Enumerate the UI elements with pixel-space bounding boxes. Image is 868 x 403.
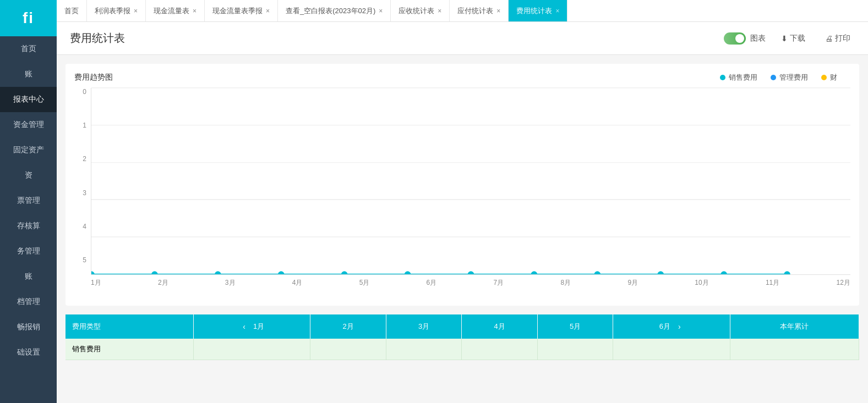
chart-section: 费用趋势图 销售费用 管理费用 财 5 — [65, 64, 859, 306]
th-month2: 2月 — [310, 314, 386, 339]
th-ytd: 本年累计 — [730, 314, 859, 339]
tab-close-blank-report[interactable]: × — [379, 7, 383, 15]
svg-point-5 — [91, 271, 95, 274]
sidebar-item-reports[interactable]: 报表中心 — [0, 87, 57, 112]
x-label-5: 5月 — [359, 278, 370, 288]
cell-ytd — [730, 339, 859, 360]
cell-m5 — [537, 339, 613, 360]
tab-close-payable[interactable]: × — [496, 7, 500, 15]
tab-cashflow-quarterly[interactable]: 现金流量表季报 × — [205, 0, 278, 21]
next-arrow[interactable]: › — [675, 322, 684, 331]
legend-dot-sales — [720, 75, 725, 80]
legend-label-sales: 销售费用 — [729, 73, 757, 82]
sidebar: fi 首页 账 报表中心 资金管理 固定资产 资 票管理 存核算 务管理 账 档… — [0, 0, 57, 403]
chart-container: 5 4 3 2 1 0 — [74, 88, 850, 297]
x-label-2: 2月 — [158, 278, 168, 288]
chart-toggle[interactable] — [724, 32, 746, 45]
sidebar-item-cash[interactable]: 资金管理 — [0, 112, 57, 137]
svg-point-13 — [594, 271, 600, 274]
x-axis: 1月 2月 3月 4月 5月 6月 7月 8月 9月 10月 11月 12月 — [74, 275, 850, 288]
table-row-sales: 销售费用 — [65, 339, 859, 360]
cell-type: 销售费用 — [65, 339, 194, 360]
legend-sales: 销售费用 — [720, 73, 757, 82]
main-area: 首页 利润表季报 × 现金流量表 × 现金流量表季报 × 查看_空白报表(202… — [57, 0, 868, 403]
x-label-10: 10月 — [695, 278, 708, 288]
tab-close-cashflow[interactable]: × — [193, 7, 196, 15]
svg-point-9 — [341, 271, 347, 274]
svg-point-15 — [720, 271, 727, 274]
svg-point-10 — [405, 271, 411, 274]
chart-inner: 5 4 3 2 1 0 — [74, 88, 850, 275]
sidebar-item-ledger[interactable]: 账 — [0, 264, 57, 289]
sidebar-item-service[interactable]: 务管理 — [0, 239, 57, 264]
th-month6: 6月 › — [613, 314, 730, 339]
y-axis: 5 4 3 2 1 0 — [74, 88, 91, 275]
chart-svg — [91, 88, 850, 274]
y-label-5: 5 — [83, 256, 86, 264]
tab-receivable[interactable]: 应收统计表 × — [391, 0, 450, 21]
y-label-3: 3 — [83, 189, 86, 197]
sidebar-item-inventory[interactable]: 存核算 — [0, 213, 57, 239]
tab-home[interactable]: 首页 — [57, 0, 87, 21]
x-label-1: 1月 — [91, 278, 101, 288]
x-label-9: 9月 — [627, 278, 638, 288]
sidebar-item-home[interactable]: 首页 — [0, 36, 57, 62]
th-month5: 5月 — [537, 314, 613, 339]
cell-m1 — [194, 339, 310, 360]
download-icon: ⬇ — [781, 34, 788, 43]
tab-close-cashflow-quarterly[interactable]: × — [266, 7, 270, 15]
svg-point-8 — [278, 271, 284, 274]
chart-toggle-wrap: 图表 — [724, 32, 766, 45]
y-label-2: 2 — [83, 155, 86, 163]
page-header: 费用统计表 图表 ⬇ 下载 🖨 打印 — [57, 22, 868, 55]
sidebar-item-tickets[interactable]: 票管理 — [0, 188, 57, 213]
legend-dot-finance — [821, 75, 827, 80]
cell-m3 — [386, 339, 461, 360]
svg-point-16 — [784, 271, 790, 274]
sidebar-item-assets[interactable]: 固定资产 — [0, 137, 57, 163]
th-month4: 4月 — [462, 314, 537, 339]
x-label-3: 3月 — [225, 278, 236, 288]
y-label-4: 4 — [83, 223, 86, 230]
print-icon: 🖨 — [825, 34, 833, 43]
legend-admin: 管理费用 — [771, 73, 808, 82]
cell-m6 — [613, 339, 730, 360]
page-title: 费用统计表 — [70, 31, 125, 46]
th-type: 费用类型 — [65, 314, 194, 339]
tab-cashflow[interactable]: 现金流量表 × — [146, 0, 205, 21]
x-label-8: 8月 — [560, 278, 571, 288]
content-area: 费用统计表 图表 ⬇ 下载 🖨 打印 费用趋势图 — [57, 22, 868, 403]
tab-expense[interactable]: 费用统计表 × — [509, 0, 567, 21]
expense-table: 费用类型 ‹ 1月 2月 3月 — [65, 314, 859, 360]
x-label-7: 7月 — [494, 278, 504, 288]
cell-m2 — [310, 339, 386, 360]
table-header-row: 费用类型 ‹ 1月 2月 3月 — [65, 314, 859, 339]
tab-blank-report[interactable]: 查看_空白报表(2023年02月) × — [278, 0, 391, 21]
th-month1: ‹ 1月 — [194, 314, 310, 339]
sidebar-item-archive[interactable]: 档管理 — [0, 289, 57, 314]
tab-close-expense[interactable]: × — [555, 7, 559, 15]
download-button[interactable]: ⬇ 下载 — [777, 31, 810, 46]
y-label-0: 0 — [83, 88, 86, 96]
tab-close-receivable[interactable]: × — [438, 7, 441, 15]
x-label-6: 6月 — [427, 278, 437, 288]
prev-arrow[interactable]: ‹ — [239, 322, 249, 331]
sidebar-item-settings[interactable]: 础设置 — [0, 340, 57, 365]
legend-label-finance: 财 — [830, 73, 837, 82]
chart-plot — [91, 88, 850, 275]
tab-payable[interactable]: 应付统计表 × — [450, 0, 509, 21]
sidebar-item-account[interactable]: 账 — [0, 62, 57, 87]
svg-point-14 — [658, 271, 664, 274]
sidebar-item-resource[interactable]: 资 — [0, 163, 57, 188]
tab-close-profit-quarterly[interactable]: × — [134, 7, 138, 15]
chart-legend: 销售费用 管理费用 财 — [720, 73, 837, 82]
tab-profit-quarterly[interactable]: 利润表季报 × — [87, 0, 146, 21]
tab-bar: 首页 利润表季报 × 现金流量表 × 现金流量表季报 × 查看_空白报表(202… — [57, 0, 868, 22]
print-button[interactable]: 🖨 打印 — [821, 31, 855, 46]
th-month3: 3月 — [386, 314, 461, 339]
svg-point-6 — [151, 271, 157, 274]
x-label-12: 12月 — [836, 278, 850, 288]
sidebar-item-reimbursement[interactable]: 畅报销 — [0, 314, 57, 340]
cell-m4 — [462, 339, 537, 360]
svg-point-12 — [531, 271, 537, 274]
